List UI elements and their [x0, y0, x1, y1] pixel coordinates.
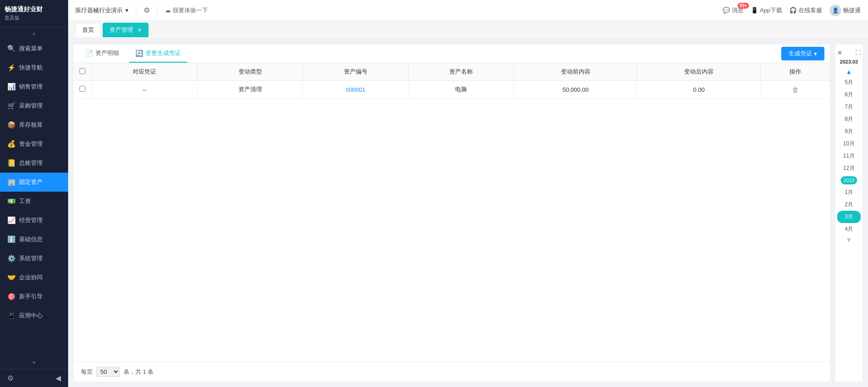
- page-size-select[interactable]: 50 10 20 100: [96, 367, 120, 377]
- sidebar-item-system[interactable]: ⚙️ 系统管理: [0, 249, 68, 268]
- sidebar-item-label: 快捷导航: [19, 64, 43, 72]
- sidebar-item-ledger[interactable]: 📒 总账管理: [0, 154, 68, 173]
- timeline-month-3[interactable]: 3月: [837, 211, 861, 223]
- timeline-month-2[interactable]: 2月: [835, 198, 863, 211]
- download-icon: 📱: [751, 7, 758, 14]
- sidebar-scroll-down[interactable]: ▼: [0, 359, 68, 367]
- timeline-down-arrow[interactable]: ▼: [846, 236, 852, 243]
- messages-badge: 99+: [738, 3, 749, 9]
- sub-tab-asset-detail[interactable]: 📄 资产明细: [79, 45, 125, 63]
- app-center-icon: 📱: [7, 312, 15, 320]
- sidebar-item-label: 搜索菜单: [19, 45, 43, 53]
- topbar: 医疗器械行业演示 ▾ ⚙ ☁ 我要体验一下 💬 消息 99+ 📱 App下载 🎧…: [68, 0, 868, 21]
- sidebar-scroll-up[interactable]: ▲: [0, 29, 68, 37]
- sidebar-item-guide[interactable]: 🎯 新手引导: [0, 287, 68, 306]
- sidebar-item-fixed-assets[interactable]: 🏢 固定资产: [0, 173, 68, 192]
- app-logo: 畅捷通好业财 普及版: [0, 0, 68, 27]
- sidebar-item-purchase[interactable]: 🛒 采购管理: [0, 96, 68, 115]
- timeline-month-8[interactable]: 8月: [835, 113, 863, 125]
- collapse-icon[interactable]: ◀: [55, 374, 61, 382]
- experience-btn[interactable]: ☁ 我要体验一下: [165, 6, 208, 15]
- timeline-year-label: 2023.03: [838, 58, 860, 65]
- sidebar-footer: ⚙ ◀: [0, 369, 68, 387]
- select-all-checkbox[interactable]: [79, 68, 85, 74]
- timeline-year-2023[interactable]: 2023: [841, 176, 857, 184]
- company-selector[interactable]: 医疗器械行业演示 ▾: [75, 6, 129, 15]
- timeline-month-6[interactable]: 6月: [835, 89, 863, 101]
- app-download-label: App下载: [760, 6, 782, 15]
- sidebar-item-app-center[interactable]: 📱 应用中心: [0, 306, 68, 325]
- sidebar-item-label: 固定资产: [19, 178, 43, 186]
- document-icon: 📄: [85, 50, 93, 57]
- cloud-icon: ☁: [165, 7, 171, 14]
- sidebar-item-label: 企业协同: [19, 273, 43, 282]
- app-download-btn[interactable]: 📱 App下载: [751, 6, 782, 15]
- box-icon: 📦: [7, 121, 15, 129]
- sidebar-nav: 🔍 搜索菜单 ⚡ 快捷导航 📊 销售管理 🛒 采购管理 📦 库存核算 💰 资金管…: [0, 39, 68, 357]
- sidebar-item-basic-info[interactable]: ℹ️ 基础信息: [0, 230, 68, 249]
- messages-btn[interactable]: 💬 消息 99+: [723, 6, 744, 15]
- operations-icon: 📈: [7, 216, 15, 224]
- page-card: 📄 资产明细 🔄 变更生成凭证 生成凭证 ▾: [74, 45, 830, 382]
- table-row: -- 资产清理 000001 电脑 50,000.00 0.00 🗑: [74, 81, 830, 99]
- payroll-icon: 💵: [7, 197, 15, 205]
- guide-icon: 🎯: [7, 293, 15, 301]
- sidebar-item-funds[interactable]: 💰 资金管理: [0, 134, 68, 154]
- timeline-month-4[interactable]: 4月: [835, 223, 863, 235]
- right-panel: ✕ ⛶ 2023.03 ▲ 5月 6月 7月 8月 9月 10月 11月 12月…: [835, 45, 863, 382]
- sub-tab-change-voucher[interactable]: 🔄 变更生成凭证: [129, 45, 187, 63]
- row-checkbox[interactable]: [79, 86, 85, 92]
- sidebar-item-operations[interactable]: 📈 经营管理: [0, 211, 68, 230]
- sidebar-item-payroll[interactable]: 💵 工资: [0, 192, 68, 211]
- right-panel-header: ✕ ⛶: [835, 47, 863, 58]
- close-icon[interactable]: ✕: [837, 49, 843, 56]
- timeline-month-5[interactable]: 5月: [835, 76, 863, 89]
- delete-icon[interactable]: 🗑: [792, 86, 799, 94]
- asset-table-wrapper: 对应凭证 变动类型 资产编号 资产名称 变动前内容 变动后内容 操作: [74, 63, 830, 362]
- sidebar-item-inventory[interactable]: 📦 库存核算: [0, 115, 68, 134]
- tabbar: 首页 资产管理 ✕: [68, 21, 868, 39]
- generate-voucher-button[interactable]: 生成凭证 ▾: [781, 47, 824, 60]
- sidebar-item-label: 销售管理: [19, 83, 43, 91]
- timeline-month-1[interactable]: 1月: [835, 186, 863, 198]
- timeline-month-10[interactable]: 10月: [835, 138, 863, 150]
- sidebar-item-quick-nav[interactable]: ⚡ 快捷导航: [0, 58, 68, 77]
- row-action: 🗑: [761, 81, 830, 99]
- sidebar-item-search[interactable]: 🔍 搜索菜单: [0, 39, 68, 58]
- row-asset-no: 000001: [303, 81, 408, 99]
- user-menu[interactable]: 👤 畅捷通: [829, 5, 861, 16]
- col-asset-no: 资产编号: [303, 63, 408, 81]
- timeline-year-row: 2023: [835, 175, 863, 185]
- chevron-down-icon: ▾: [814, 50, 817, 57]
- timeline-up-arrow[interactable]: ▲: [846, 68, 852, 75]
- tab-asset-management[interactable]: 资产管理 ✕: [103, 23, 149, 37]
- settings-icon[interactable]: ⚙: [7, 374, 14, 382]
- timeline-month-11[interactable]: 11月: [835, 150, 863, 162]
- headset-icon: 🎧: [789, 7, 797, 14]
- company-name: 医疗器械行业演示: [75, 6, 123, 15]
- enterprise-icon: 🤝: [7, 273, 15, 282]
- timeline-month-7[interactable]: 7月: [835, 101, 863, 113]
- avatar-icon: 👤: [832, 7, 839, 14]
- sidebar-item-enterprise[interactable]: 🤝 企业协同: [0, 268, 68, 287]
- sync-icon: 🔄: [135, 50, 143, 57]
- topbar-divider: [136, 6, 136, 15]
- chart-icon: 📊: [7, 83, 15, 91]
- sidebar-item-label: 库存核算: [19, 121, 43, 129]
- tab-home[interactable]: 首页: [75, 23, 101, 37]
- gear-icon[interactable]: ⚙: [144, 6, 150, 15]
- table-header-row: 对应凭证 变动类型 资产编号 资产名称 变动前内容 变动后内容 操作: [74, 63, 830, 81]
- ledger-icon: 📒: [7, 159, 15, 167]
- sidebar-item-label: 工资: [19, 197, 31, 205]
- search-icon: 🔍: [7, 45, 15, 53]
- col-before: 变动前内容: [514, 63, 637, 81]
- expand-icon[interactable]: ⛶: [855, 50, 861, 56]
- online-service-btn[interactable]: 🎧 在线客服: [789, 6, 822, 15]
- sidebar-item-label: 应用中心: [19, 312, 43, 320]
- main-area: 医疗器械行业演示 ▾ ⚙ ☁ 我要体验一下 💬 消息 99+ 📱 App下载 🎧…: [68, 0, 868, 387]
- sidebar-item-sales[interactable]: 📊 销售管理: [0, 77, 68, 96]
- timeline-month-9[interactable]: 9月: [835, 125, 863, 138]
- tab-close-icon[interactable]: ✕: [138, 27, 142, 33]
- timeline-month-12[interactable]: 12月: [835, 162, 863, 174]
- logo-subtitle: 普及版: [5, 15, 64, 21]
